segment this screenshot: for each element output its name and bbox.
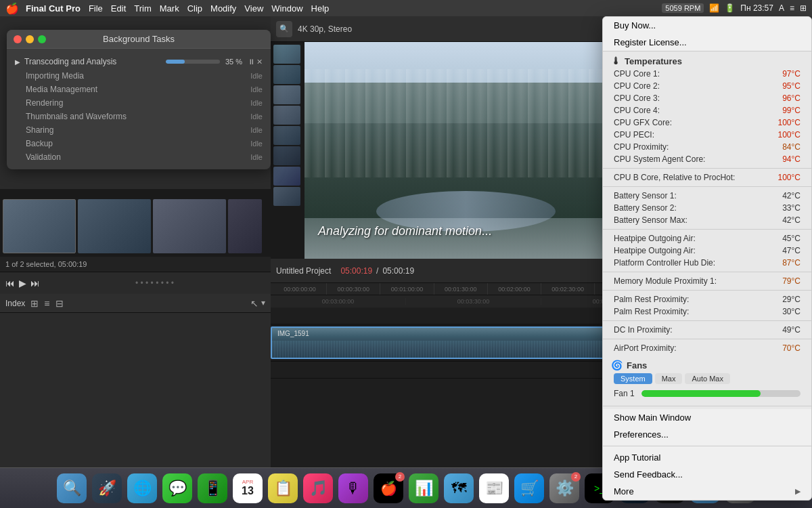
side-thumb-2[interactable] (273, 65, 300, 84)
side-thumb-6[interactable] (273, 146, 300, 165)
sysprefs-badge: 2 (571, 472, 581, 482)
calendar-month: APR (242, 479, 253, 485)
minimize-button[interactable] (26, 35, 34, 43)
dock-music[interactable]: 🎵 (303, 473, 333, 503)
cursor-icon[interactable]: ↖ (250, 298, 258, 309)
menu-window[interactable]: Window (271, 3, 302, 14)
temp-row-batmax: Battery Sensor Max: 42°C (603, 214, 811, 226)
wifi-icon[interactable]: 📶 (709, 3, 719, 13)
temp-row-pch: Platform Controller Hub Die: 87°C (603, 257, 811, 269)
play-pause-button[interactable]: ▶ (19, 278, 26, 289)
apple-menu-icon[interactable]: 🍎 (5, 2, 19, 15)
menu-extra-1[interactable]: ≡ (790, 3, 794, 13)
dock-finder[interactable]: 🔍 (57, 473, 87, 503)
dock-calendar[interactable]: APR 13 (233, 473, 263, 503)
temperatures-header: 🌡 Temperatures (603, 51, 811, 68)
temp-label-palm1: Palm Rest Proximity: (614, 295, 689, 304)
index-icon-2[interactable]: ≡ (44, 298, 49, 309)
ruler-mark-4: 00:02:00:00 (488, 283, 541, 295)
side-thumb-3[interactable] (273, 85, 300, 104)
buy-now-button[interactable]: Buy Now... (603, 17, 811, 34)
temp-label-bat2: Battery Sensor 2: (614, 203, 677, 213)
film-thumbnail-3[interactable] (153, 199, 226, 253)
menu-file[interactable]: File (89, 3, 103, 14)
prev-button[interactable]: ⏮ (5, 278, 15, 289)
index-bar: Index ⊞ ≡ ⊟ ↖ ▾ (0, 294, 271, 313)
task-status-thumbnails: Idle (250, 112, 263, 121)
dock-news[interactable]: 📰 (479, 473, 509, 503)
playback-project-name: Untitled Project (276, 266, 331, 276)
calendar-day: 13 (242, 485, 254, 497)
menubar-right: 5059 RPM 📶 🔋 Пн 23:57 A ≡ ⊞ (662, 3, 807, 13)
divider-7 (603, 339, 811, 339)
dock-tv[interactable]: 🍎 2 (374, 473, 403, 503)
menu-trim[interactable]: Trim (134, 3, 152, 14)
show-main-window-button[interactable]: Show Main Window (603, 409, 811, 426)
dock-numbers[interactable]: 📊 (409, 473, 438, 503)
menu-edit[interactable]: Edit (111, 3, 126, 14)
side-thumb-5[interactable] (273, 126, 300, 145)
fan-tab-max[interactable]: Max (655, 373, 683, 384)
close-button[interactable] (14, 35, 22, 43)
user-icon[interactable]: A (779, 3, 784, 13)
side-thumb-7[interactable] (273, 167, 300, 186)
task-status-importing: Idle (250, 72, 263, 80)
more-button[interactable]: More ▶ (603, 483, 811, 500)
app-tutorial-button[interactable]: App Tutorial (603, 449, 811, 466)
fan-bar-wrap-1 (641, 390, 800, 397)
menu-extra-2[interactable]: ⊞ (800, 3, 807, 13)
left-panel: Background Tasks ▶ Transcoding and Analy… (0, 16, 271, 467)
menu-mark[interactable]: Mark (160, 3, 179, 14)
battery-icon[interactable]: 🔋 (725, 3, 735, 13)
ruler-mark-0: 00:00:00:00 (273, 283, 327, 295)
film-thumbnail-2[interactable] (78, 199, 151, 253)
menu-help[interactable]: Help (311, 3, 330, 14)
temp-row-gfx: CPU GFX Core: 100°C (603, 117, 811, 129)
dock-appstore[interactable]: 🛒 (514, 473, 544, 503)
side-thumb-1[interactable] (273, 45, 300, 64)
side-thumb-8[interactable] (273, 187, 300, 206)
menu-modify[interactable]: Modify (210, 3, 236, 14)
index-label[interactable]: Index (5, 299, 25, 308)
menu-clip[interactable]: Clip (187, 3, 202, 14)
side-thumb-4[interactable] (273, 106, 300, 125)
next-button[interactable]: ⏭ (30, 278, 40, 289)
fan-tab-system[interactable]: System (614, 373, 652, 384)
divider-1 (603, 168, 811, 169)
index-icon-1[interactable]: ⊞ (30, 298, 39, 309)
menu-view[interactable]: View (244, 3, 263, 14)
transcoding-section[interactable]: ▶ Transcoding and Analysis 35 % ⏸ ✕ (7, 54, 271, 69)
preferences-button[interactable]: Preferences... (603, 426, 811, 443)
temp-label-airport: AirPort Proximity: (614, 343, 677, 353)
playback-controls: ⏮ ▶ ⏭ • • • • • • • • (0, 272, 271, 293)
index-select[interactable]: ▾ (261, 298, 265, 309)
film-thumbnail-1[interactable] (3, 199, 76, 253)
transcoding-pause-button[interactable]: ⏸ (248, 58, 255, 66)
app-name[interactable]: Final Cut Pro (26, 3, 81, 14)
transcoding-stop-button[interactable]: ✕ (256, 58, 263, 66)
fans-title: Fans (627, 360, 647, 371)
temp-row-heat1: Heatpipe Outgoing Air: 45°C (603, 232, 811, 245)
dock-podcasts[interactable]: 🎙 (338, 473, 368, 503)
index-right-controls: ↖ ▾ (250, 298, 265, 309)
dock-maps[interactable]: 🗺 (444, 473, 474, 503)
temp-row-bcore: CPU B Core, Relative to ProcHot: 100°C (603, 171, 811, 184)
index-icon-3[interactable]: ⊟ (55, 298, 64, 309)
dock-safari[interactable]: 🌐 (127, 473, 157, 503)
dock-facetime[interactable]: 📱 (198, 473, 227, 503)
window-controls (14, 35, 46, 43)
dock-launchpad[interactable]: 🚀 (92, 473, 122, 503)
register-license-button[interactable]: Register License... (603, 34, 811, 51)
maximize-button[interactable] (38, 35, 46, 43)
search-button[interactable]: 🔍 (276, 21, 292, 37)
dock-messages[interactable]: 💬 (162, 473, 192, 503)
transcoding-progress-fill (166, 60, 185, 64)
dock-sysprefs[interactable]: ⚙️ 2 (549, 473, 579, 503)
film-thumbnail-4[interactable] (228, 199, 262, 253)
temp-val-pch: 87°C (782, 258, 800, 268)
dock-notes[interactable]: 📋 (268, 473, 298, 503)
send-feedback-button[interactable]: Send Feedback... (603, 466, 811, 483)
temp-val-cpu3: 96°C (782, 93, 800, 103)
fan-tab-automax[interactable]: Auto Max (685, 373, 729, 384)
fans-section: 🌀 Fans System Max Auto Max Fan 1 (603, 354, 811, 403)
